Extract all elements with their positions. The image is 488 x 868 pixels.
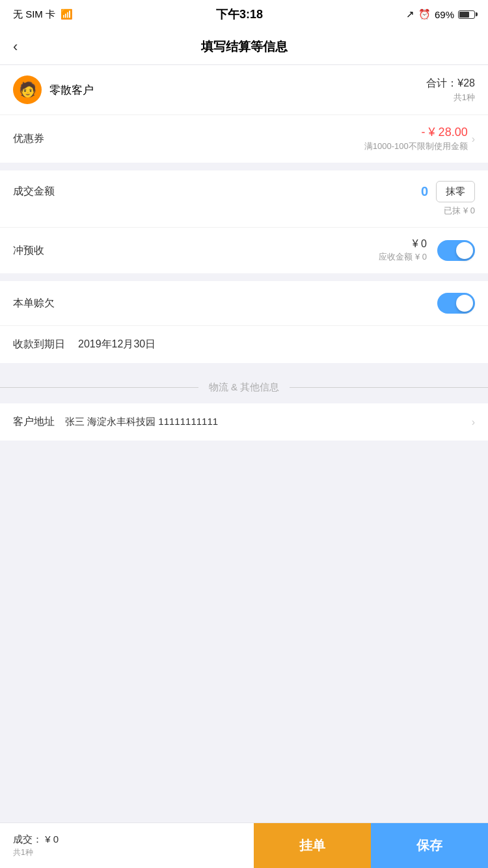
location-icon: ↗ <box>406 8 414 20</box>
already-zero: 已抹 ¥ 0 <box>13 205 475 217</box>
back-button[interactable]: ‹ <box>13 38 18 55</box>
footer-count: 共1种 <box>13 847 241 858</box>
battery-percent: 69% <box>435 9 454 20</box>
total-count: 共1种 <box>426 92 475 103</box>
prepay-row: 冲预收 ¥ 0 应收金额 ¥ 0 <box>0 227 488 273</box>
credit-row: 本单赊欠 <box>0 281 488 325</box>
address-label: 客户地址 <box>13 415 55 429</box>
prepay-right: ¥ 0 应收金额 ¥ 0 <box>379 238 427 263</box>
transaction-amount-right: 0 抹零 <box>421 181 475 202</box>
customer-right: 合计：¥28 共1种 <box>426 77 475 103</box>
due-date-label: 收款到期日 <box>13 338 65 351</box>
divider-2 <box>0 273 488 281</box>
credit-label: 本单赊欠 <box>13 297 55 310</box>
divider-line-left <box>0 387 198 388</box>
coupon-right: - ¥ 28.00 满1000-100不限制使用金额 › <box>364 126 475 152</box>
coupon-label: 优惠券 <box>13 132 44 146</box>
address-section: 客户地址 张三 海淀永丰科技园 11111111111 › <box>0 403 488 441</box>
credit-section: 本单赊欠 收款到期日 2019年12月30日 <box>0 281 488 363</box>
page-title: 填写结算等信息 <box>201 38 288 55</box>
status-time: 下午3:18 <box>216 7 263 22</box>
bottom-spacer <box>0 441 488 571</box>
customer-avatar: 🧑 <box>13 75 42 104</box>
prepay-toggle[interactable] <box>437 240 475 261</box>
total-amount: 合计：¥28 <box>426 77 475 90</box>
prepay-amount: ¥ 0 <box>379 238 427 250</box>
footer-deal: 成交： ¥ 0 <box>13 834 241 846</box>
alarm-icon: ⏰ <box>418 8 431 20</box>
wifi-icon: 📶 <box>61 8 73 20</box>
transaction-amount[interactable]: 0 <box>421 184 428 199</box>
prepay-receivable: 应收金额 ¥ 0 <box>379 251 427 263</box>
customer-name: 零散客户 <box>49 83 94 98</box>
customer-row: 🧑 零散客户 合计：¥28 共1种 <box>0 65 488 115</box>
prepay-label: 冲预收 <box>13 244 44 258</box>
footer: 成交： ¥ 0 共1种 挂单 保存 <box>0 822 488 868</box>
address-content: 客户地址 张三 海淀永丰科技园 11111111111 <box>13 415 472 429</box>
address-row[interactable]: 客户地址 张三 海淀永丰科技园 11111111111 › <box>0 403 488 441</box>
battery-icon <box>458 10 475 19</box>
divider-line-right <box>290 387 488 388</box>
transaction-label: 成交金额 <box>13 185 55 198</box>
status-left: 无 SIM 卡 📶 <box>13 8 73 21</box>
logistics-divider-text: 物流 & 其他信息 <box>209 381 279 394</box>
transaction-section: 成交金额 0 抹零 已抹 ¥ 0 冲预收 ¥ 0 应收金额 ¥ 0 <box>0 170 488 273</box>
sim-label: 无 SIM 卡 <box>13 8 55 21</box>
coupon-value: - ¥ 28.00 <box>364 126 468 139</box>
divider-1 <box>0 163 488 170</box>
customer-section: 🧑 零散客户 合计：¥28 共1种 优惠券 - ¥ 28.00 满1000-10… <box>0 65 488 163</box>
divider-3 <box>0 363 488 371</box>
transaction-row: 成交金额 0 抹零 已抹 ¥ 0 <box>0 170 488 227</box>
chevron-right-icon: › <box>472 133 475 145</box>
due-date-value[interactable]: 2019年12月30日 <box>78 338 156 351</box>
status-right: ↗ ⏰ 69% <box>406 8 475 20</box>
coupon-row[interactable]: 优惠券 - ¥ 28.00 满1000-100不限制使用金额 › <box>0 115 488 163</box>
status-bar: 无 SIM 卡 📶 下午3:18 ↗ ⏰ 69% <box>0 0 488 29</box>
footer-info: 成交： ¥ 0 共1种 <box>0 834 254 858</box>
customer-left: 🧑 零散客户 <box>13 75 94 104</box>
logistics-divider: 物流 & 其他信息 <box>0 371 488 403</box>
nav-bar: ‹ 填写结算等信息 <box>0 29 488 65</box>
due-date-row: 收款到期日 2019年12月30日 <box>0 325 488 363</box>
hang-button[interactable]: 挂单 <box>254 823 371 869</box>
save-button[interactable]: 保存 <box>371 823 488 869</box>
address-chevron-icon: › <box>472 416 475 428</box>
round-zero-button[interactable]: 抹零 <box>436 181 475 202</box>
coupon-desc: 满1000-100不限制使用金额 <box>364 141 468 152</box>
credit-toggle[interactable] <box>437 293 475 314</box>
address-value: 张三 海淀永丰科技园 11111111111 <box>65 416 218 428</box>
